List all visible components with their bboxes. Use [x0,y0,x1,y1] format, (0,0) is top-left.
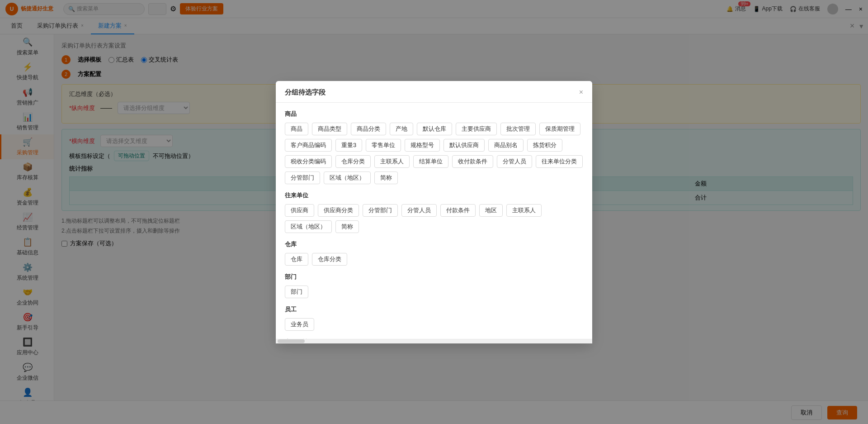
field-tag-税收分类编码[interactable]: 税收分类编码 [285,155,332,168]
field-tag-分管人员[interactable]: 分管人员 [401,204,437,217]
field-tag-商品[interactable]: 商品 [285,123,308,135]
field-tag-部门[interactable]: 部门 [285,286,308,298]
field-tag-仓库[interactable]: 仓库 [285,253,308,266]
modal-title: 分组待选字段 [285,88,326,97]
field-tag-地区[interactable]: 地区 [479,204,503,217]
field-tag-客户商品编码[interactable]: 客户商品编码 [285,139,332,152]
field-tag-分管人员[interactable]: 分管人员 [497,155,532,168]
field-tag-产地[interactable]: 产地 [390,123,413,135]
field-tag-零售单位[interactable]: 零售单位 [366,139,401,152]
field-tag-分管部门[interactable]: 分管部门 [363,204,398,217]
field-tag-仓库分类[interactable]: 仓库分类 [312,253,347,266]
modal-section-title-employee: 员工 [285,305,583,314]
modal-close-icon[interactable]: × [579,88,583,96]
field-tag-仓库分类[interactable]: 仓库分类 [335,155,371,168]
field-tag-结算单位[interactable]: 结算单位 [413,155,448,168]
field-tag-往来单位分类[interactable]: 往来单位分类 [536,155,583,168]
modal-section-title-department: 部门 [285,273,583,281]
field-tag-业务员[interactable]: 业务员 [285,318,314,331]
field-tag-商品分类[interactable]: 商品分类 [351,123,386,135]
field-tag-拣货积分[interactable]: 拣货积分 [527,139,562,152]
field-tag-区域（地区）[interactable]: 区域（地区） [324,172,371,184]
field-tag-收付款条件[interactable]: 收付款条件 [452,155,493,168]
field-tag-付款条件[interactable]: 付款条件 [440,204,476,217]
field-tag-主联系人[interactable]: 主联系人 [374,155,410,168]
modal-section-fields-goods: 商品商品类型商品分类产地默认仓库主要供应商批次管理保质期管理客户商品编码重量3零… [285,123,583,184]
scrollbar-thumb [278,339,305,343]
modal-overlay: 分组待选字段 × 商品商品商品类型商品分类产地默认仓库主要供应商批次管理保质期管… [0,0,868,424]
field-tag-重量3[interactable]: 重量3 [335,139,362,152]
field-tag-区域（地区）[interactable]: 区域（地区） [285,220,332,233]
field-tag-默认仓库[interactable]: 默认仓库 [417,123,452,135]
field-tag-供应商[interactable]: 供应商 [285,204,314,217]
field-tag-分管部门[interactable]: 分管部门 [285,172,320,184]
field-tag-批次管理[interactable]: 批次管理 [500,123,536,135]
field-tag-简称[interactable]: 简称 [374,172,398,184]
field-tag-规格型号[interactable]: 规格型号 [405,139,440,152]
modal-section-fields-employee: 业务员 [285,318,583,331]
modal: 分组待选字段 × 商品商品商品类型商品分类产地默认仓库主要供应商批次管理保质期管… [276,81,592,343]
modal-section-fields-department: 部门 [285,286,583,298]
field-tag-默认供应商[interactable]: 默认供应商 [443,139,485,152]
modal-section-title-partner: 往来单位 [285,191,583,200]
field-tag-主要供应商[interactable]: 主要供应商 [456,123,497,135]
modal-section-fields-partner: 供应商供应商分类分管部门分管人员付款条件地区主联系人区域（地区）简称 [285,204,583,233]
field-tag-商品别名[interactable]: 商品别名 [488,139,524,152]
field-tag-供应商分类[interactable]: 供应商分类 [318,204,359,217]
field-tag-简称[interactable]: 简称 [335,220,359,233]
modal-body[interactable]: 商品商品商品类型商品分类产地默认仓库主要供应商批次管理保质期管理客户商品编码重量… [276,103,592,339]
modal-header: 分组待选字段 × [276,81,592,103]
modal-section-title-warehouse: 仓库 [285,240,583,248]
field-tag-主联系人[interactable]: 主联系人 [506,204,542,217]
field-tag-商品类型[interactable]: 商品类型 [312,123,347,135]
modal-scrollbar-horizontal[interactable] [276,339,592,343]
modal-section-fields-warehouse: 仓库仓库分类 [285,253,583,266]
modal-section-title-goods: 商品 [285,110,583,118]
field-tag-保质期管理[interactable]: 保质期管理 [539,123,580,135]
